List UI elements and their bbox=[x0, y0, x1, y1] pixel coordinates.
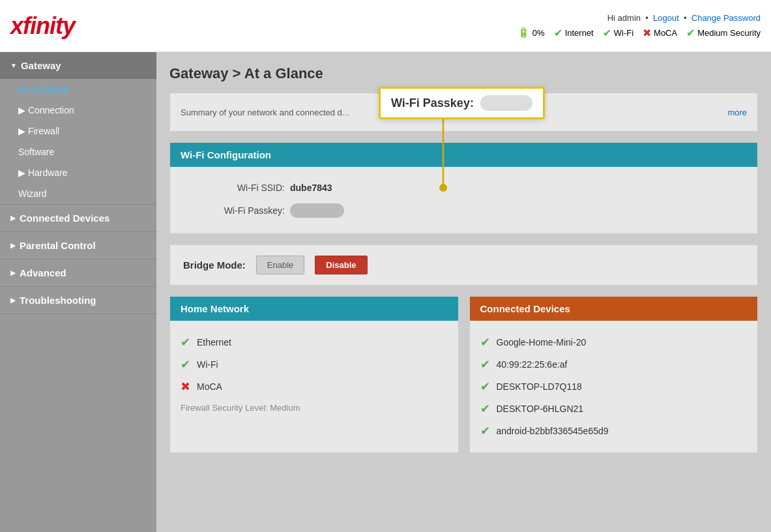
chevron-right-icon-3: ▶ bbox=[18, 168, 25, 178]
wifi-passkey-label: Wi-Fi Passkey: bbox=[181, 205, 285, 216]
wifi-ssid-value: dube7843 bbox=[290, 183, 332, 193]
ethernet-label: Ethernet bbox=[197, 337, 231, 347]
user-greeting: Hi admin bbox=[607, 13, 641, 23]
chevron-down-icon: ▼ bbox=[10, 62, 17, 69]
bridge-enable-button[interactable]: Enable bbox=[256, 256, 304, 274]
sidebar-sub-connection[interactable]: ▶ Connection bbox=[0, 100, 156, 121]
chevron-right-icon-2: ▶ bbox=[18, 126, 25, 136]
internet-status: ✔ Internet bbox=[554, 27, 594, 39]
sidebar-item-troubleshooting[interactable]: ▶ Troubleshooting bbox=[0, 287, 156, 314]
sidebar-parental-label: Parental Control bbox=[20, 240, 96, 251]
moca-status: ✖ MoCA bbox=[643, 27, 677, 39]
connected-devices-card: Connected Devices ✔ Google-Home-Mini-20 … bbox=[469, 296, 759, 453]
device-item-4: ✔ android-b2bbf336545e65d9 bbox=[480, 420, 748, 442]
security-status: ✔ Medium Security bbox=[686, 27, 761, 39]
device-2-check-icon: ✔ bbox=[480, 379, 490, 394]
sidebar-section-connected-devices: ▶ Connected Devices bbox=[0, 205, 156, 232]
moca-x-icon-2: ✖ bbox=[181, 379, 190, 394]
sidebar-sub-software[interactable]: Software bbox=[0, 141, 156, 162]
device-1-check-icon: ✔ bbox=[480, 357, 490, 372]
header: xfinity Hi admin • Logout • Change Passw… bbox=[0, 0, 771, 52]
device-0-check-icon: ✔ bbox=[480, 335, 490, 349]
moca-label: MoCA bbox=[654, 28, 677, 38]
network-item-moca: ✖ MoCA bbox=[181, 376, 448, 398]
device-4-label: android-b2bbf336545e65d9 bbox=[497, 426, 609, 436]
device-item-2: ✔ DESKTOP-LD7Q118 bbox=[480, 376, 748, 398]
page-title: Gateway > At a Glance bbox=[169, 65, 758, 82]
sidebar-item-connected-devices[interactable]: ▶ Connected Devices bbox=[0, 205, 156, 231]
more-link[interactable]: more bbox=[727, 108, 747, 117]
chevron-right-icon-5: ▶ bbox=[10, 242, 16, 249]
sidebar-sub-hardware[interactable]: ▶ Hardware bbox=[0, 162, 156, 183]
home-network-card: Home Network ✔ Ethernet ✔ Wi-Fi ✖ MoCA bbox=[169, 296, 459, 453]
firewall-level-label: Firewall Security Level: bbox=[181, 403, 268, 413]
bottom-grid: Home Network ✔ Ethernet ✔ Wi-Fi ✖ MoCA bbox=[169, 296, 758, 464]
device-0-label: Google-Home-Mini-20 bbox=[497, 337, 587, 347]
sidebar-section-troubleshooting: ▶ Troubleshooting bbox=[0, 287, 156, 314]
device-3-label: DESKTOP-6HLGN21 bbox=[497, 404, 584, 414]
wifi-ssid-label: Wi-Fi SSID: bbox=[181, 183, 285, 193]
bridge-disable-button[interactable]: Disable bbox=[315, 256, 367, 274]
internet-label: Internet bbox=[565, 28, 594, 38]
sidebar-item-gateway[interactable]: ▼ Gateway bbox=[0, 52, 156, 79]
moca-x-icon: ✖ bbox=[643, 27, 651, 39]
main-content: Gateway > At a Glance Summary of your ne… bbox=[156, 52, 771, 532]
chevron-right-icon-6: ▶ bbox=[10, 269, 16, 276]
network-item-ethernet: ✔ Ethernet bbox=[181, 331, 448, 353]
sidebar-sub-wizard[interactable]: Wizard bbox=[0, 183, 156, 204]
sidebar-section-advanced: ▶ Advanced bbox=[0, 259, 156, 287]
connected-devices-header: Connected Devices bbox=[470, 297, 758, 321]
sidebar-connected-devices-label: Connected Devices bbox=[20, 213, 109, 224]
svg-point-1 bbox=[439, 184, 447, 192]
wifi-status: ✔ Wi-Fi bbox=[603, 27, 633, 39]
bridge-mode-section: Bridge Mode: Enable Disable bbox=[169, 244, 758, 286]
battery-icon: 🔋 bbox=[517, 27, 530, 38]
wifi-passkey-value bbox=[290, 203, 344, 218]
network-item-wifi: ✔ Wi-Fi bbox=[181, 353, 448, 376]
wifi-check-icon: ✔ bbox=[603, 27, 611, 39]
device-4-check-icon: ✔ bbox=[480, 424, 490, 438]
chevron-right-icon: ▶ bbox=[18, 105, 25, 115]
passkey-tooltip-label: Wi-Fi Passkey: bbox=[391, 96, 474, 110]
wifi-label: Wi-Fi bbox=[614, 28, 633, 38]
sidebar-section-parental-control: ▶ Parental Control bbox=[0, 232, 156, 259]
sidebar-sub-firewall[interactable]: ▶ Firewall bbox=[0, 121, 156, 141]
wifi-ssid-row: Wi-Fi SSID: dube7843 bbox=[181, 177, 747, 198]
summary-box: Summary of your network and connected d.… bbox=[169, 93, 758, 132]
moca-net-label: MoCA bbox=[197, 381, 222, 392]
wifi-config-card: Wi-Fi Configuration Wi-Fi SSID: dube7843… bbox=[169, 142, 758, 234]
battery-status: 🔋 0% bbox=[517, 27, 545, 38]
device-item-1: ✔ 40:99:22:25:6e:af bbox=[480, 353, 748, 376]
wifi-config-header: Wi-Fi Configuration bbox=[170, 143, 757, 167]
security-check-icon: ✔ bbox=[686, 27, 695, 39]
device-item-3: ✔ DESKTOP-6HLGN21 bbox=[480, 398, 748, 420]
sidebar-item-parental-control[interactable]: ▶ Parental Control bbox=[0, 232, 156, 259]
change-password-link[interactable]: Change Password bbox=[691, 13, 761, 23]
wifi-config-body: Wi-Fi SSID: dube7843 Wi-Fi Passkey: bbox=[170, 167, 757, 233]
firewall-level-value: Medium bbox=[270, 403, 300, 413]
sidebar-troubleshooting-label: Troubleshooting bbox=[20, 295, 96, 306]
device-2-label: DESKTOP-LD7Q118 bbox=[497, 381, 582, 392]
device-1-label: 40:99:22:25:6e:af bbox=[497, 359, 568, 370]
sidebar-item-advanced[interactable]: ▶ Advanced bbox=[0, 259, 156, 286]
device-item-0: ✔ Google-Home-Mini-20 bbox=[480, 331, 748, 353]
sidebar: ▼ Gateway At a Glance ▶ Connection ▶ Fir… bbox=[0, 52, 156, 532]
security-label: Medium Security bbox=[697, 28, 761, 38]
internet-check-icon: ✔ bbox=[554, 27, 562, 39]
battery-value: 0% bbox=[532, 28, 545, 38]
summary-text: Summary of your network and connected d.… bbox=[181, 108, 349, 117]
sidebar-gateway-label: Gateway bbox=[21, 60, 61, 71]
passkey-tooltip: Wi-Fi Passkey: bbox=[379, 87, 545, 119]
logout-link[interactable]: Logout bbox=[653, 13, 679, 23]
status-bar: 🔋 0% ✔ Internet ✔ Wi-Fi ✖ MoCA ✔ Medium … bbox=[517, 27, 761, 39]
tooltip-arrow-svg bbox=[437, 111, 450, 196]
passkey-tooltip-value bbox=[480, 95, 532, 111]
connected-devices-body: ✔ Google-Home-Mini-20 ✔ 40:99:22:25:6e:a… bbox=[470, 321, 758, 452]
device-3-check-icon: ✔ bbox=[480, 402, 490, 416]
chevron-right-icon-4: ▶ bbox=[10, 214, 16, 222]
home-network-header: Home Network bbox=[170, 297, 458, 321]
logo: xfinity bbox=[10, 12, 75, 40]
wifi-net-label: Wi-Fi bbox=[197, 359, 218, 370]
sidebar-section-gateway: ▼ Gateway At a Glance ▶ Connection ▶ Fir… bbox=[0, 52, 156, 205]
sidebar-sub-at-a-glance[interactable]: At a Glance bbox=[0, 79, 156, 100]
